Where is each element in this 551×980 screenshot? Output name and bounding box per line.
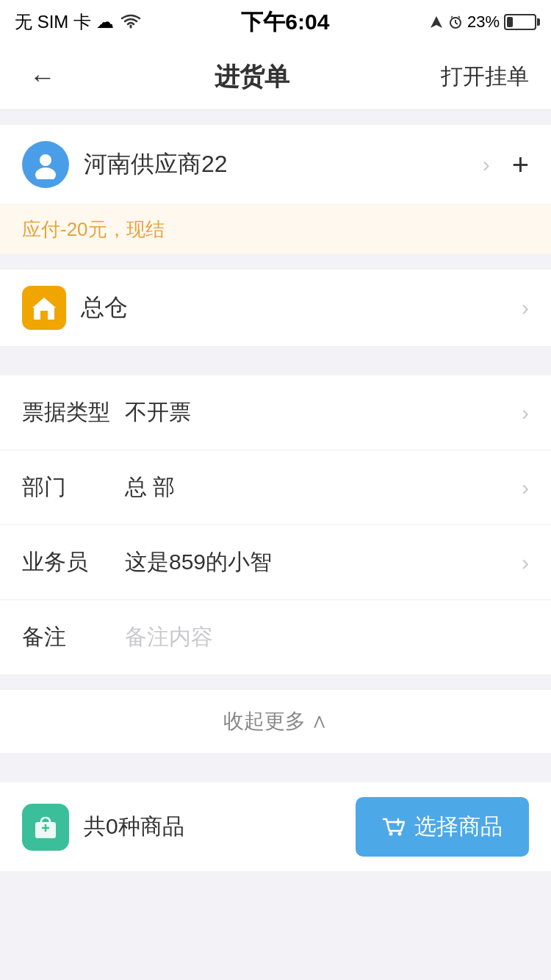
salesperson-label: 业务员 — [22, 547, 110, 577]
bottom-bar: 共0种商品 选择商品 — [0, 782, 551, 871]
supplier-name: 河南供应商22 — [84, 148, 483, 181]
department-chevron-icon[interactable]: › — [522, 475, 529, 500]
svg-marker-0 — [431, 16, 442, 28]
form-section: 票据类型 不开票 › 部门 总 部 › 业务员 这是859的小智 › 备注 备注… — [0, 375, 551, 674]
battery-icon — [504, 14, 536, 30]
remark-input[interactable]: 备注内容 — [110, 622, 529, 652]
supplier-row[interactable]: 河南供应商22 › + — [0, 125, 551, 205]
invoice-label: 票据类型 — [22, 397, 110, 428]
svg-line-4 — [451, 16, 453, 18]
svg-point-6 — [40, 154, 51, 166]
nav-bar: ← 进货单 打开挂单 — [0, 44, 551, 110]
product-bag-icon — [22, 804, 69, 851]
collapse-row[interactable]: 收起更多 ∧ — [0, 689, 551, 753]
warehouse-name: 总仓 — [81, 292, 522, 324]
svg-point-7 — [35, 167, 56, 179]
warehouse-row[interactable]: 总仓 › — [0, 269, 551, 346]
page-title: 进货单 — [215, 60, 289, 94]
alarm-icon — [448, 15, 463, 29]
supplier-section: 河南供应商22 › + 应付-20元，现结 — [0, 125, 551, 254]
add-supplier-button[interactable]: + — [512, 148, 529, 181]
person-icon — [31, 150, 60, 179]
salesperson-chevron-icon[interactable]: › — [522, 550, 529, 575]
svg-line-5 — [458, 16, 460, 18]
sim-status: 无 SIM 卡 ☁ — [15, 10, 114, 34]
product-count: 共0种商品 — [84, 812, 356, 842]
status-bar: 无 SIM 卡 ☁ 下午6:04 23% — [0, 0, 551, 44]
cart-add-icon — [382, 818, 406, 837]
department-row[interactable]: 部门 总 部 › — [0, 450, 551, 525]
svg-line-3 — [455, 23, 458, 24]
warehouse-icon — [22, 286, 66, 330]
divider-3 — [0, 753, 551, 768]
salesperson-row[interactable]: 业务员 这是859的小智 › — [0, 525, 551, 600]
invoice-row[interactable]: 票据类型 不开票 › — [0, 375, 551, 450]
wifi-icon — [120, 14, 142, 30]
department-value: 总 部 — [110, 472, 522, 502]
warehouse-section: 总仓 › — [0, 269, 551, 346]
remark-row[interactable]: 备注 备注内容 — [0, 600, 551, 674]
supplier-avatar — [22, 141, 69, 188]
divider-1 — [0, 254, 551, 269]
divider-2 — [0, 346, 551, 361]
status-right: 23% — [429, 12, 536, 32]
shopping-bag-icon — [32, 813, 60, 841]
supplier-alert: 应付-20元，现结 — [0, 205, 551, 254]
top-divider — [0, 110, 551, 125]
warehouse-chevron-icon[interactable]: › — [522, 295, 529, 320]
select-product-label: 选择商品 — [414, 812, 503, 842]
department-label: 部门 — [22, 472, 110, 502]
invoice-chevron-icon[interactable]: › — [522, 400, 529, 425]
supplier-actions: › + — [483, 148, 529, 181]
select-product-button[interactable]: 选择商品 — [356, 797, 529, 857]
svg-marker-9 — [32, 298, 56, 308]
svg-point-14 — [389, 832, 393, 835]
invoice-value: 不开票 — [110, 397, 522, 428]
svg-point-15 — [398, 832, 402, 835]
battery-percent: 23% — [467, 12, 500, 32]
remark-label: 备注 — [22, 622, 110, 652]
salesperson-value: 这是859的小智 — [110, 547, 522, 577]
status-time: 下午6:04 — [241, 7, 329, 37]
svg-rect-10 — [40, 311, 48, 320]
supplier-chevron-icon[interactable]: › — [483, 152, 490, 177]
open-pending-button[interactable]: 打开挂单 — [441, 62, 529, 92]
status-left: 无 SIM 卡 ☁ — [15, 10, 142, 34]
back-button[interactable]: ← — [22, 54, 63, 100]
warehouse-building-icon — [31, 295, 57, 321]
location-icon — [429, 15, 444, 29]
